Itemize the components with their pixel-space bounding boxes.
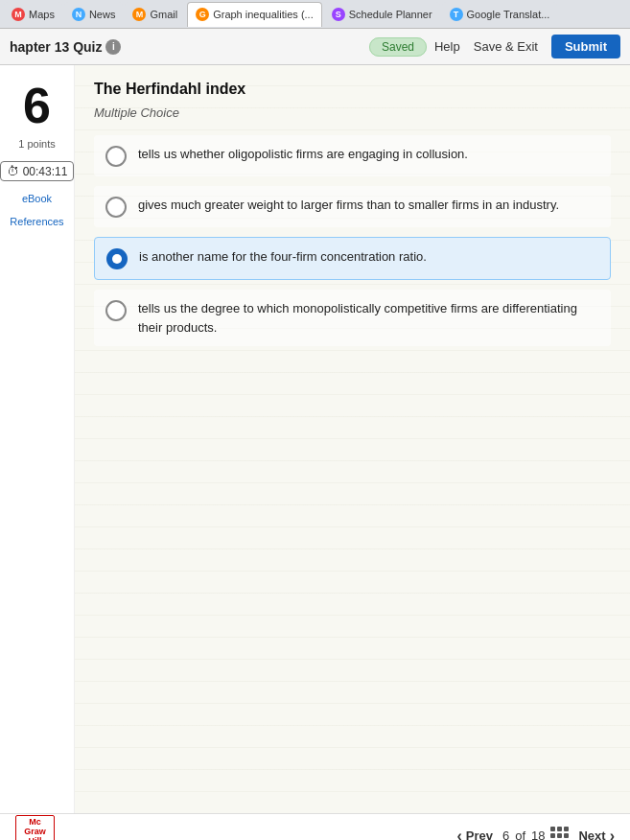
tab-maps[interactable]: M Maps — [4, 2, 62, 27]
tab-translate[interactable]: T Google Translat... — [442, 2, 558, 27]
grid-icon[interactable] — [550, 827, 569, 840]
option-d-radio[interactable] — [105, 300, 127, 321]
grid-dot-2 — [557, 827, 562, 831]
tab-news[interactable]: N News — [64, 2, 124, 27]
tab-schedule-label: Schedule Planner — [349, 9, 432, 20]
chapter-title: hapter 13 Quiz i — [10, 39, 121, 55]
option-a[interactable]: tells us whether oligopolistic firms are… — [94, 135, 611, 176]
page-of: of — [515, 828, 525, 840]
toolbar-left: hapter 13 Quiz i — [10, 39, 362, 55]
current-page: 6 — [502, 828, 509, 840]
save-exit-button[interactable]: Save & Exit — [474, 39, 538, 54]
grid-dot-4 — [550, 833, 555, 838]
grid-dot-1 — [550, 827, 555, 831]
tab-gmail[interactable]: M Gmail — [125, 2, 185, 27]
tab-maps-label: Maps — [29, 9, 55, 20]
chapter-title-text: hapter 13 Quiz — [10, 39, 102, 55]
footer: Mc Graw Hill Education ‹ Prev 6 of 18 — [0, 813, 630, 840]
prev-label: Prev — [466, 828, 493, 840]
prev-chevron-icon: ‹ — [456, 828, 461, 841]
page-info: 6 of 18 — [502, 827, 570, 840]
tab-translate-label: Google Translat... — [467, 9, 550, 20]
options-list: tells us whether oligopolistic firms are… — [94, 135, 611, 346]
footer-logo: Mc Graw Hill Education — [15, 815, 55, 840]
footer-nav: ‹ Prev 6 of 18 Next › — [456, 827, 615, 840]
toolbar-right: Help Save & Exit Submit — [434, 35, 620, 58]
grid-dot-5 — [557, 833, 562, 838]
browser-tab-bar: M Maps N News M Gmail G Graph inequaliti… — [0, 0, 630, 29]
option-a-radio[interactable] — [105, 146, 127, 167]
news-icon: N — [72, 8, 85, 21]
saved-badge: Saved — [369, 37, 427, 57]
total-pages: 18 — [531, 828, 545, 840]
help-button[interactable]: Help — [434, 39, 460, 54]
points-label: 1 points — [18, 138, 56, 150]
option-b[interactable]: gives much greater weight to larger firm… — [94, 186, 611, 227]
timer-box: ⏱ 00:43:11 — [0, 161, 74, 181]
logo-hill: Hill — [29, 837, 42, 840]
content-area: The Herfindahl index Multiple Choice tel… — [75, 65, 630, 813]
next-button[interactable]: Next › — [578, 828, 615, 841]
graph-icon: G — [196, 8, 209, 21]
tab-schedule[interactable]: S Schedule Planner — [324, 2, 440, 27]
references-link[interactable]: References — [10, 216, 63, 227]
next-chevron-icon: › — [610, 828, 615, 841]
info-icon[interactable]: i — [105, 39, 121, 55]
maps-icon: M — [12, 8, 25, 21]
option-c[interactable]: is another name for the four-firm concen… — [94, 237, 611, 280]
sidebar: 6 1 points ⏱ 00:43:11 eBook References — [0, 65, 75, 813]
option-b-text: gives much greater weight to larger firm… — [138, 196, 559, 215]
grid-dot-3 — [564, 827, 569, 831]
option-d-text: tells us the degree to which monopolisti… — [138, 299, 599, 337]
main-area: 6 1 points ⏱ 00:43:11 eBook References T… — [0, 65, 630, 813]
question-type: Multiple Choice — [94, 105, 611, 120]
tab-gmail-label: Gmail — [150, 9, 177, 20]
option-b-radio[interactable] — [105, 197, 127, 218]
timer-value: 00:43:11 — [23, 165, 68, 178]
schedule-icon: S — [332, 8, 345, 21]
question-number: 6 — [23, 81, 51, 130]
submit-button[interactable]: Submit — [551, 35, 620, 58]
translate-icon: T — [450, 8, 463, 21]
toolbar-center: Saved — [369, 39, 427, 54]
option-c-text: is another name for the four-firm concen… — [139, 247, 427, 267]
option-d[interactable]: tells us the degree to which monopolisti… — [94, 290, 611, 346]
option-a-text: tells us whether oligopolistic firms are… — [138, 145, 468, 164]
question-topic: The Herfindahl index — [94, 81, 611, 98]
prev-button[interactable]: ‹ Prev — [456, 828, 493, 841]
gmail-icon: M — [132, 8, 146, 21]
toolbar: hapter 13 Quiz i Saved Help Save & Exit … — [0, 29, 630, 65]
tab-graph[interactable]: G Graph inequalities (... — [187, 2, 322, 27]
timer-icon: ⏱ — [7, 164, 19, 178]
grid-dot-6 — [564, 833, 569, 838]
tab-news-label: News — [89, 9, 116, 20]
tab-graph-label: Graph inequalities (... — [213, 9, 314, 20]
option-c-radio[interactable] — [106, 248, 128, 269]
ebook-link[interactable]: eBook — [22, 193, 52, 204]
next-label: Next — [578, 828, 605, 840]
